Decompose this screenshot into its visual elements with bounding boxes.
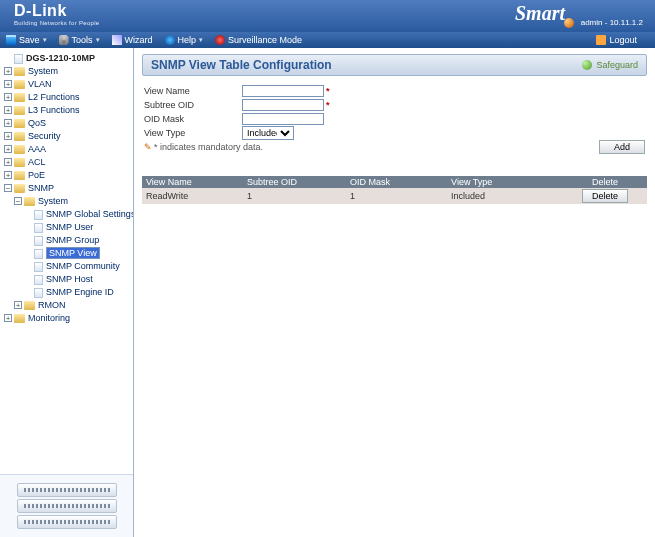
page-icon	[34, 249, 43, 259]
tree-snmp-system[interactable]: System	[38, 196, 68, 206]
tree-qos[interactable]: QoS	[28, 118, 46, 128]
delete-button[interactable]: Delete	[582, 189, 628, 203]
page-icon	[34, 288, 43, 298]
tree-snmp-global[interactable]: SNMP Global Settings	[46, 209, 133, 219]
expand-icon[interactable]: +	[14, 301, 22, 309]
folder-icon	[14, 93, 25, 102]
view-type-label: View Type	[144, 128, 242, 138]
menu-wizard[interactable]: Wizard	[112, 35, 153, 45]
expand-icon[interactable]: +	[4, 171, 12, 179]
menu-tools-label: Tools	[72, 35, 93, 45]
mandatory-text: * indicates mandatory data.	[154, 142, 263, 152]
chevron-down-icon: ▾	[43, 36, 47, 44]
logout-icon	[596, 35, 606, 45]
menu-logout[interactable]: Logout	[596, 35, 637, 45]
folder-icon	[14, 145, 25, 154]
tree-snmp[interactable]: SNMP	[28, 183, 54, 193]
view-table: View Name Subtree OID OID Mask View Type…	[142, 176, 647, 204]
folder-icon	[24, 197, 35, 206]
brand-tagline: Building Networks for People	[14, 20, 99, 26]
folder-icon	[14, 171, 25, 180]
tree-snmp-group[interactable]: SNMP Group	[46, 235, 99, 245]
expand-icon[interactable]: +	[4, 106, 12, 114]
tree-snmp-view[interactable]: SNMP View	[46, 247, 100, 259]
sidebar: DGS-1210-10MP +System +VLAN +L2 Function…	[0, 48, 134, 537]
page-icon	[34, 236, 43, 246]
cell-view-name: ReadWrite	[142, 188, 243, 204]
subtree-oid-input[interactable]	[242, 99, 324, 111]
add-button[interactable]: Add	[599, 140, 645, 154]
table-row: ReadWrite 1 1 Included Delete	[142, 188, 647, 204]
col-view-name: View Name	[142, 176, 243, 188]
tree-snmp-community[interactable]: SNMP Community	[46, 261, 120, 271]
tree-rmon[interactable]: RMON	[38, 300, 66, 310]
page-icon	[34, 275, 43, 285]
cell-view-type: Included	[447, 188, 563, 204]
collapse-icon[interactable]: −	[4, 184, 12, 192]
tree-acl[interactable]: ACL	[28, 157, 46, 167]
tree-system[interactable]: System	[28, 66, 58, 76]
col-delete: Delete	[563, 176, 647, 188]
config-form: View Name * Subtree OID * OID Mask View …	[142, 76, 647, 158]
menu-save[interactable]: Save▾	[6, 35, 47, 45]
expand-icon[interactable]: +	[4, 80, 12, 88]
expand-icon[interactable]: +	[4, 67, 12, 75]
menu-bar: Save▾ Tools▾ Wizard Help▾ Surveillance M…	[0, 32, 655, 48]
expand-icon[interactable]: +	[4, 93, 12, 101]
mandatory-note: ✎* indicates mandatory data.	[144, 142, 263, 154]
menu-help-label: Help	[178, 35, 197, 45]
menu-help[interactable]: Help▾	[165, 35, 204, 45]
cell-delete: Delete	[563, 188, 647, 204]
safeguard-badge: Safeguard	[582, 60, 638, 70]
col-oid-mask: OID Mask	[346, 176, 447, 188]
wand-icon	[112, 35, 122, 45]
tree-security[interactable]: Security	[28, 131, 61, 141]
oid-mask-label: OID Mask	[144, 114, 242, 124]
folder-icon	[14, 80, 25, 89]
view-type-select[interactable]: Included	[242, 126, 294, 140]
tree-aaa[interactable]: AAA	[28, 144, 46, 154]
folder-icon	[14, 119, 25, 128]
help-icon	[165, 35, 175, 45]
folder-icon	[14, 314, 25, 323]
menu-tools[interactable]: Tools▾	[59, 35, 100, 45]
tree-monitoring[interactable]: Monitoring	[28, 313, 70, 323]
nav-tree: DGS-1210-10MP +System +VLAN +L2 Function…	[0, 48, 133, 329]
tree-poe[interactable]: PoE	[28, 170, 45, 180]
chevron-down-icon: ▾	[199, 36, 203, 44]
tree-l2[interactable]: L2 Functions	[28, 92, 80, 102]
expand-icon[interactable]: +	[4, 158, 12, 166]
tree-device[interactable]: DGS-1210-10MP	[26, 53, 95, 63]
safeguard-icon	[582, 60, 592, 70]
view-name-input[interactable]	[242, 85, 324, 97]
main-panel: SNMP View Table Configuration Safeguard …	[134, 48, 655, 537]
tree-l3[interactable]: L3 Functions	[28, 105, 80, 115]
chevron-down-icon: ▾	[96, 36, 100, 44]
user-ip: 10.11.1.2	[610, 18, 643, 27]
view-name-label: View Name	[144, 86, 242, 96]
page-icon	[34, 262, 43, 272]
cell-oid-mask: 1	[346, 188, 447, 204]
tree-snmp-engine[interactable]: SNMP Engine ID	[46, 287, 114, 297]
menu-surveillance-label: Surveillance Mode	[228, 35, 302, 45]
menu-surveillance[interactable]: Surveillance Mode	[215, 35, 302, 45]
tree-vlan[interactable]: VLAN	[28, 79, 52, 89]
folder-icon	[14, 184, 25, 193]
pencil-icon: ✎	[144, 142, 152, 152]
table-header-row: View Name Subtree OID OID Mask View Type…	[142, 176, 647, 188]
expand-icon[interactable]: +	[4, 145, 12, 153]
required-icon: *	[326, 86, 330, 96]
expand-icon[interactable]: +	[4, 132, 12, 140]
col-view-type: View Type	[447, 176, 563, 188]
tree-snmp-host[interactable]: SNMP Host	[46, 274, 93, 284]
subtree-oid-label: Subtree OID	[144, 100, 242, 110]
panel-title-bar: SNMP View Table Configuration Safeguard	[142, 54, 647, 76]
oid-mask-input[interactable]	[242, 113, 324, 125]
expand-icon[interactable]: +	[4, 119, 12, 127]
folder-icon	[24, 301, 35, 310]
tree-snmp-user[interactable]: SNMP User	[46, 222, 93, 232]
menu-save-label: Save	[19, 35, 40, 45]
collapse-icon[interactable]: −	[14, 197, 22, 205]
menu-logout-label: Logout	[609, 35, 637, 45]
expand-icon[interactable]: +	[4, 314, 12, 322]
